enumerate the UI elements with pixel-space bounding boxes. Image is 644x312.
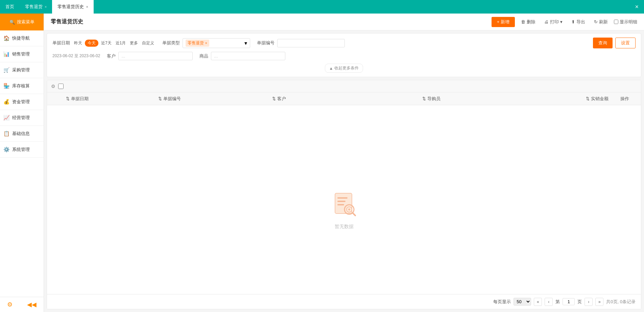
sort-asc-icon-guide: ⇅ — [422, 96, 426, 101]
customer-dots: ... — [121, 53, 125, 59]
tab-retail-return[interactable]: 零售退货 × — [20, 0, 52, 14]
sidebar-item-finance-label: 资金管理 — [12, 99, 30, 105]
table-container: ⚙ ⇅ 单据日期 ⇅ 单据编号 ⇅ 客户 ⇅ — [47, 80, 641, 309]
purchase-icon: 🛒 — [3, 67, 9, 73]
top-bar: 首页 零售退货 × 零售退货历史 × × — [0, 0, 644, 14]
empty-text: 暂无数据 — [335, 224, 354, 230]
tab-retail-return-label: 零售退货 — [25, 4, 43, 10]
svg-rect-2 — [337, 201, 345, 202]
goods-filter-input[interactable]: ... — [211, 52, 285, 60]
sidebar: 🔍 搜索菜单 🏠 快捷导航 📊 销售管理 🛒 采购管理 🏪 库存核算 💰 — [0, 14, 44, 312]
sidebar-sound-icon[interactable]: ◀◀ — [27, 301, 37, 308]
svg-rect-1 — [337, 197, 348, 199]
add-button[interactable]: + 新增 — [492, 17, 515, 27]
th-num-label: 单据编号 — [163, 96, 181, 102]
sidebar-item-basic-info[interactable]: 📋 基础信息 — [0, 126, 44, 142]
collapse-label: 收起更多条件 — [334, 65, 359, 71]
sidebar-item-basic-info-label: 基础信息 — [12, 131, 30, 137]
delete-label: 删除 — [527, 19, 535, 25]
search-icon: 🔍 — [9, 20, 15, 25]
tab-home[interactable]: 首页 — [0, 0, 20, 14]
window-close-button[interactable]: × — [629, 3, 644, 10]
setting-button[interactable]: 设置 — [615, 38, 636, 48]
type-tag-close[interactable]: × — [205, 41, 207, 45]
tab-retail-return-history[interactable]: 零售退货历史 × — [52, 0, 93, 14]
content-area: 零售退货历史 + 新增 🗑 删除 🖨 打印 ▾ ⬆ 导出 ↻ — [44, 14, 644, 312]
sidebar-item-purchase[interactable]: 🛒 采购管理 — [0, 62, 44, 78]
type-filter-group: 单据类型 零售退货 × ▾ — [162, 38, 250, 48]
print-button[interactable]: 🖨 打印 ▾ — [542, 18, 565, 26]
first-page-button[interactable]: « — [534, 298, 542, 306]
sidebar-item-quick-nav-label: 快捷导航 — [12, 35, 30, 41]
sidebar-nav: 🏠 快捷导航 📊 销售管理 🛒 采购管理 🏪 库存核算 💰 资金管理 📈 — [0, 30, 44, 297]
show-detail-checkbox[interactable] — [614, 20, 618, 24]
sidebar-item-finance[interactable]: 💰 资金管理 — [0, 94, 44, 110]
query-button[interactable]: 查询 — [593, 38, 613, 48]
sidebar-settings-icon[interactable]: ⚙ — [7, 301, 13, 308]
date-opt-yesterday[interactable]: 昨天 — [73, 40, 84, 47]
sort-asc-icon-amount: ⇅ — [586, 96, 590, 101]
export-label: 导出 — [576, 19, 585, 25]
tab-retail-return-history-label: 零售退货历史 — [57, 4, 84, 10]
basic-info-icon: 📋 — [3, 131, 9, 137]
goods-dots: ... — [214, 53, 218, 59]
show-detail-toggle[interactable]: 显示明细 — [614, 19, 637, 25]
sidebar-item-operation-label: 经营管理 — [12, 115, 30, 121]
goods-filter-group: 商品 ... — [199, 52, 285, 60]
next-page-button[interactable]: › — [585, 298, 593, 306]
th-customer[interactable]: ⇅ 客户 — [269, 96, 420, 102]
table-settings-icon[interactable]: ⚙ — [51, 84, 55, 89]
page-title: 零售退货历史 — [51, 18, 83, 25]
sidebar-search[interactable]: 🔍 搜索菜单 — [0, 14, 44, 30]
prev-page-button[interactable]: ‹ — [545, 298, 553, 306]
th-date-label: 单据日期 — [71, 96, 89, 102]
system-icon: ⚙️ — [3, 147, 9, 153]
delete-icon: 🗑 — [521, 19, 525, 24]
type-filter-select[interactable]: 零售退货 × ▾ — [183, 38, 250, 48]
sort-asc-icon-num: ⇅ — [158, 96, 162, 101]
tab-retail-return-close[interactable]: × — [45, 5, 47, 9]
per-page-select[interactable]: 50 10 20 100 — [514, 298, 531, 306]
sidebar-item-operation[interactable]: 📈 经营管理 — [0, 110, 44, 126]
th-guide[interactable]: ⇅ 导购员 — [420, 96, 533, 102]
last-page-button[interactable]: » — [595, 298, 603, 306]
customer-filter-input[interactable]: ... — [118, 52, 193, 60]
table-select-all-checkbox[interactable] — [58, 84, 64, 89]
id-filter-input[interactable] — [277, 39, 345, 47]
date-range-display: 2023-06-02 至 2023-06-02 — [52, 53, 100, 59]
date-opt-more[interactable]: 更多 — [128, 40, 139, 47]
sidebar-item-sales[interactable]: 📊 销售管理 — [0, 46, 44, 62]
header-actions: + 新增 🗑 删除 🖨 打印 ▾ ⬆ 导出 ↻ 刷新 — [492, 17, 637, 27]
operation-icon: 📈 — [3, 115, 9, 121]
th-num[interactable]: ⇅ 单据编号 — [156, 96, 269, 102]
type-filter-label: 单据类型 — [162, 40, 180, 46]
empty-state: 暂无数据 — [329, 190, 359, 230]
collapse-icon: ▲ — [329, 66, 333, 71]
date-opt-custom[interactable]: 自定义 — [141, 40, 156, 47]
export-button[interactable]: ⬆ 导出 — [569, 18, 588, 26]
sidebar-item-quick-nav[interactable]: 🏠 快捷导航 — [0, 30, 44, 46]
sort-asc-icon-customer: ⇅ — [272, 96, 276, 101]
date-opt-today[interactable]: 今天 — [85, 40, 98, 47]
sidebar-item-system[interactable]: ⚙️ 系统管理 — [0, 142, 44, 158]
type-tag-value: 零售退货 — [188, 40, 204, 46]
date-opt-1month[interactable]: 近1月 — [114, 40, 127, 47]
svg-rect-3 — [337, 204, 344, 205]
filter-row-2: 2023-06-02 至 2023-06-02 客户 ... 商品 ... — [52, 52, 636, 60]
date-opt-7days[interactable]: 近7天 — [100, 40, 113, 47]
page-number-input[interactable] — [563, 298, 575, 305]
delete-button[interactable]: 🗑 删除 — [518, 18, 538, 26]
svg-line-5 — [353, 213, 355, 216]
th-guide-label: 导购员 — [427, 96, 440, 102]
show-detail-label: 显示明细 — [620, 19, 637, 25]
refresh-button[interactable]: ↻ 刷新 — [591, 18, 611, 26]
th-date[interactable]: ⇅ 单据日期 — [63, 96, 156, 102]
th-amount[interactable]: ⇅ 实销金额 — [533, 96, 611, 102]
sidebar-item-inventory[interactable]: 🏪 库存核算 — [0, 78, 44, 94]
id-filter-group: 单据编号 — [257, 39, 345, 47]
collapse-button[interactable]: ▲ 收起更多条件 — [325, 64, 363, 73]
tab-retail-return-history-close[interactable]: × — [86, 5, 88, 9]
th-customer-label: 客户 — [277, 96, 286, 102]
th-op: 操作 — [611, 96, 638, 102]
customer-filter-group: 客户 ... — [107, 52, 193, 60]
